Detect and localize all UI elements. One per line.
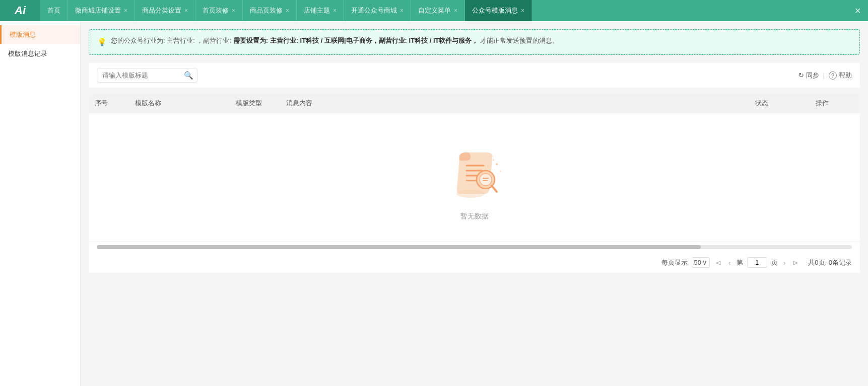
- table-header: 序号 模版名称 模版类型 消息内容 状态 操作: [89, 94, 860, 113]
- table-body: ✦ ✦ ✦ 暂无数据: [89, 113, 860, 242]
- tab-open-mall[interactable]: 开通公众号商城×: [344, 0, 411, 21]
- prev-page-button[interactable]: ‹: [727, 259, 732, 267]
- scrollbar-area[interactable]: [89, 242, 860, 252]
- tab-label: 首页: [47, 6, 60, 15]
- app-logo: Ai: [0, 0, 40, 21]
- per-page-select[interactable]: 50 ∨: [692, 257, 710, 268]
- empty-icon: ✦ ✦ ✦: [444, 143, 505, 204]
- tab-close-product-decoration[interactable]: ×: [286, 8, 289, 14]
- main-layout: 模版消息模版消息记录 💡 您的公众号行业为: 主营行业: ，副营行业: 需要设置…: [0, 21, 868, 386]
- search-input-wrap: 🔍: [97, 68, 197, 83]
- sync-button[interactable]: ↻ 同步: [798, 71, 819, 80]
- th-name: 模版名称: [129, 94, 230, 113]
- content-area: 💡 您的公众号行业为: 主营行业: ，副营行业: 需要设置为: 主营行业: IT…: [81, 21, 868, 386]
- page-suffix: 页: [771, 258, 778, 267]
- tab-close-template-msg[interactable]: ×: [521, 8, 524, 14]
- svg-text:✦: ✦: [499, 170, 502, 173]
- th-type: 模版类型: [230, 94, 280, 113]
- tab-close-shop-settings[interactable]: ×: [124, 8, 127, 14]
- tab-close-category-settings[interactable]: ×: [184, 8, 188, 14]
- svg-text:✦: ✦: [495, 162, 499, 167]
- search-button[interactable]: 🔍: [184, 71, 193, 80]
- svg-point-6: [480, 174, 492, 186]
- tab-home[interactable]: 首页: [40, 0, 68, 21]
- th-status: 状态: [749, 94, 810, 113]
- tab-label: 自定义菜单: [418, 6, 451, 15]
- tab-bar: 首页微商城店铺设置×商品分类设置×首页装修×商品页装修×店铺主题×开通公众号商城…: [40, 0, 847, 21]
- tab-shop-settings[interactable]: 微商城店铺设置×: [68, 0, 135, 21]
- svg-text:✦: ✦: [492, 159, 495, 162]
- divider: |: [823, 71, 825, 79]
- scrollbar-thumb[interactable]: [97, 245, 701, 249]
- th-action: 操作: [810, 94, 860, 113]
- total-text: 共0页, 0条记录: [808, 258, 852, 267]
- per-page-chevron: ∨: [702, 259, 707, 266]
- th-index: 序号: [89, 94, 129, 113]
- help-icon: ?: [829, 71, 837, 80]
- pagination: 每页显示 50 ∨ ⊲ ‹ 第 页 › ⊳ 共0页, 0条记录: [89, 252, 860, 273]
- top-nav: Ai 首页微商城店铺设置×商品分类设置×首页装修×商品页装修×店铺主题×开通公众…: [0, 0, 868, 21]
- sync-icon: ↻: [798, 71, 804, 79]
- per-page-label: 每页显示: [661, 258, 688, 267]
- close-all-button[interactable]: ✕: [847, 0, 868, 21]
- tab-template-msg[interactable]: 公众号模版消息×: [465, 0, 532, 21]
- th-content: 消息内容: [280, 94, 749, 113]
- tab-product-decoration[interactable]: 商品页装修×: [243, 0, 297, 21]
- notice-icon: 💡: [97, 36, 107, 48]
- tab-home-decoration[interactable]: 首页装修×: [195, 0, 243, 21]
- search-bar: 🔍 ↻ 同步 | ? 帮助: [89, 63, 860, 88]
- scrollbar-track[interactable]: [97, 245, 852, 249]
- sidebar-item-template-message-log[interactable]: 模版消息记录: [0, 44, 80, 63]
- page-input[interactable]: [747, 257, 767, 268]
- empty-text: 暂无数据: [460, 212, 489, 221]
- toolbar-right: ↻ 同步 | ? 帮助: [798, 71, 852, 80]
- empty-state: ✦ ✦ ✦ 暂无数据: [89, 113, 860, 241]
- svg-line-9: [492, 186, 497, 192]
- data-table: 序号 模版名称 模版类型 消息内容 状态 操作: [89, 94, 860, 241]
- tab-custom-menu[interactable]: 自定义菜单×: [411, 0, 465, 21]
- tab-label: 商品分类设置: [142, 6, 181, 15]
- help-button[interactable]: ? 帮助: [829, 71, 852, 80]
- first-page-button[interactable]: ⊲: [714, 259, 723, 267]
- sidebar: 模版消息模版消息记录: [0, 21, 81, 386]
- notice-banner: 💡 您的公众号行业为: 主营行业: ，副营行业: 需要设置为: 主营行业: IT…: [89, 29, 860, 55]
- table-container: 序号 模版名称 模版类型 消息内容 状态 操作: [89, 94, 860, 241]
- tab-close-open-mall[interactable]: ×: [400, 8, 404, 14]
- tab-label: 首页装修: [203, 6, 229, 15]
- tab-close-home-decoration[interactable]: ×: [232, 8, 235, 14]
- tab-label: 开通公众号商城: [351, 6, 397, 15]
- sync-label: 同步: [806, 71, 819, 80]
- tab-close-custom-menu[interactable]: ×: [454, 8, 457, 14]
- tab-category-settings[interactable]: 商品分类设置×: [135, 0, 195, 21]
- help-label: 帮助: [839, 71, 852, 80]
- tab-close-shop-theme[interactable]: ×: [333, 8, 337, 14]
- page-label: 第: [737, 258, 743, 267]
- tab-label: 店铺主题: [304, 6, 330, 15]
- next-page-button[interactable]: ›: [782, 259, 787, 267]
- last-page-button[interactable]: ⊳: [791, 259, 800, 267]
- tab-label: 微商城店铺设置: [75, 6, 121, 15]
- per-page-value: 50: [694, 259, 701, 266]
- tab-label: 商品页装修: [250, 6, 283, 15]
- tab-label: 公众号模版消息: [472, 6, 518, 15]
- sidebar-item-template-message[interactable]: 模版消息: [0, 25, 80, 44]
- notice-text: 您的公众号行业为: 主营行业: ，副营行业: 需要设置为: 主营行业: IT科技…: [111, 36, 559, 46]
- tab-shop-theme[interactable]: 店铺主题×: [297, 0, 344, 21]
- search-input[interactable]: [97, 68, 197, 83]
